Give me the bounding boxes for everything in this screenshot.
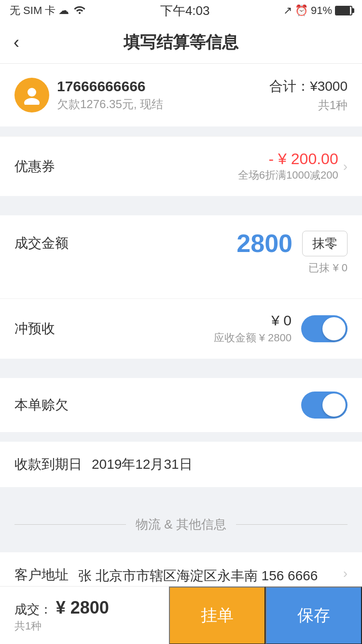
divider-label: 物流 & 其他信息	[136, 516, 226, 533]
customer-total: 合计：¥3000 共1种	[269, 77, 348, 113]
spacer-2	[0, 368, 362, 378]
precollect-amount: ¥ 0	[214, 312, 292, 329]
logistics-divider: 物流 & 其他信息	[0, 506, 362, 543]
coupon-section[interactable]: 优惠券 - ¥ 200.00 全场6折满1000减200 ›	[0, 136, 362, 196]
bottom-deal-count: 共1种	[14, 619, 154, 633]
customer-details: 17666666666 欠款1276.35元, 现结	[57, 78, 163, 112]
precollect-sub: 应收金额 ¥ 2800	[214, 331, 292, 345]
duedate-label: 收款到期日	[14, 455, 82, 474]
address-chevron-icon: ›	[343, 566, 348, 581]
total-label-value: 合计：¥3000	[269, 77, 348, 96]
arrears-label: 本单赊欠	[14, 396, 69, 414]
precollect-toggle[interactable]	[301, 315, 348, 342]
address-label: 客户地址	[14, 566, 69, 584]
back-button[interactable]: ‹	[14, 32, 19, 53]
bottom-summary: 成交： ¥ 2800 共1种	[0, 598, 169, 633]
spacer-1	[0, 206, 362, 215]
battery-icon	[335, 6, 352, 15]
total-value: ¥3000	[310, 79, 348, 94]
deal-amount-section: 成交金额 2800 抹零 已抹 ¥ 0	[0, 215, 362, 289]
coupon-desc: 全场6折满1000减200	[238, 168, 338, 182]
total-count: 共1种	[269, 98, 348, 113]
coupon-label: 优惠券	[14, 157, 55, 176]
duedate-section: 收款到期日 2019年12月31日	[0, 442, 362, 487]
deal-row: 成交金额 2800 抹零	[14, 229, 348, 258]
precollect-right: ¥ 0 应收金额 ¥ 2800	[214, 312, 348, 345]
nav-bar: ‹ 填写结算等信息	[0, 21, 362, 64]
svg-point-0	[28, 88, 36, 97]
deal-label: 成交金额	[14, 234, 69, 252]
toggle-knob	[322, 317, 346, 340]
deal-right: 2800 抹零	[237, 229, 348, 258]
status-bar-left: 无 SIM 卡 ☁	[10, 3, 86, 18]
total-label: 合计：	[269, 79, 310, 94]
customer-phone: 17666666666	[57, 78, 163, 95]
customer-left: 17666666666 欠款1276.35元, 现结	[14, 78, 163, 112]
divider-line-right	[236, 524, 348, 525]
coupon-chevron-icon: ›	[343, 159, 348, 174]
precollect-amount-block: ¥ 0 应收金额 ¥ 2800	[214, 312, 292, 345]
wifi-icon	[73, 4, 86, 17]
coupon-right: - ¥ 200.00 全场6折满1000减200 ›	[238, 150, 348, 182]
page-title: 填写结算等信息	[124, 31, 238, 54]
hold-button[interactable]: 挂单	[169, 587, 265, 644]
spacer-3	[0, 497, 362, 506]
status-bar-right: ↗ ⏰ 91%	[283, 4, 352, 17]
status-bar-time: 下午4:03	[160, 2, 210, 19]
svg-point-1	[24, 98, 40, 105]
arrears-toggle[interactable]	[301, 392, 348, 419]
deal-amount: 2800	[237, 229, 292, 258]
bottom-deal-row: 成交： ¥ 2800	[14, 598, 154, 618]
divider-line-left	[14, 524, 126, 525]
bottom-bar: 成交： ¥ 2800 共1种 挂单 保存	[0, 586, 362, 644]
arrears-toggle-knob	[322, 393, 346, 417]
location-icon: ↗	[283, 4, 292, 17]
avatar	[14, 78, 49, 112]
status-bar: 无 SIM 卡 ☁ 下午4:03 ↗ ⏰ 91%	[0, 0, 362, 21]
precollect-section: 冲预收 ¥ 0 应收金额 ¥ 2800	[0, 298, 362, 359]
precollect-row: 冲预收 ¥ 0 应收金额 ¥ 2800	[14, 312, 348, 345]
customer-info-section: 17666666666 欠款1276.35元, 现结 合计：¥3000 共1种	[0, 64, 362, 126]
alarm-icon: ⏰	[295, 4, 308, 17]
duedate-value: 2019年12月31日	[92, 455, 193, 474]
bottom-deal-amount: ¥ 2800	[56, 598, 109, 617]
arrears-section: 本单赊欠	[0, 378, 362, 432]
deal-precollect-section: 成交金额 2800 抹零 已抹 ¥ 0 冲预收 ¥ 0 应收金额 ¥ 2800	[0, 215, 362, 359]
round-button[interactable]: 抹零	[302, 231, 348, 256]
bottom-deal-label: 成交：	[14, 602, 52, 616]
precollect-label: 冲预收	[14, 320, 55, 338]
save-button[interactable]: 保存	[265, 587, 362, 644]
customer-debt: 欠款1276.35元, 现结	[57, 97, 163, 112]
deal-sub: 已抹 ¥ 0	[14, 261, 348, 275]
sim-status: 无 SIM 卡 ☁	[10, 3, 69, 18]
coupon-discount: - ¥ 200.00	[238, 150, 338, 168]
battery-text: 91%	[311, 4, 332, 17]
